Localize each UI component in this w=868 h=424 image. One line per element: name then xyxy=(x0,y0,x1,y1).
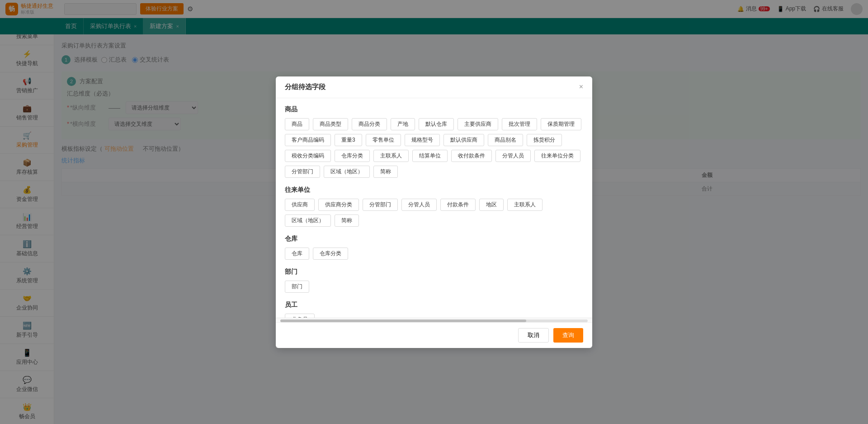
field-tag[interactable]: 客户商品编码 xyxy=(285,134,331,146)
field-tag[interactable]: 结算单位 xyxy=(412,150,448,162)
field-tag[interactable]: 商品分类 xyxy=(352,118,387,130)
modal-footer: 取消 查询 xyxy=(276,322,592,348)
close-icon[interactable]: × xyxy=(579,83,583,91)
field-tag[interactable]: 批次管理 xyxy=(502,118,537,130)
field-tag[interactable]: 部门 xyxy=(285,281,309,293)
field-tag[interactable]: 税收分类编码 xyxy=(285,150,331,162)
modal-title: 分组待选字段 xyxy=(285,83,326,91)
field-tag[interactable]: 付款条件 xyxy=(440,199,476,211)
section-title-partner: 往来单位 xyxy=(285,186,583,194)
field-tag[interactable]: 仓库分类 xyxy=(335,150,370,162)
field-tags-staff: 业务员 xyxy=(285,314,583,318)
field-tag[interactable]: 分管部门 xyxy=(363,199,398,211)
section-title-warehouse: 仓库 xyxy=(285,235,583,243)
field-tag[interactable]: 简称 xyxy=(373,166,398,178)
field-tag[interactable]: 区域（地区） xyxy=(324,166,370,178)
field-tag[interactable]: 零售单位 xyxy=(366,134,401,146)
field-tag[interactable]: 业务员 xyxy=(285,314,315,318)
modal-hscroll[interactable] xyxy=(276,318,592,322)
field-tag[interactable]: 主联系人 xyxy=(507,199,542,211)
field-tag[interactable]: 商品类型 xyxy=(313,118,348,130)
modal-header: 分组待选字段 × xyxy=(276,76,592,98)
field-tag[interactable]: 产地 xyxy=(391,118,415,130)
field-tag[interactable]: 默认供应商 xyxy=(443,134,484,146)
field-group-warehouse: 仓库 仓库 仓库分类 xyxy=(285,235,583,260)
field-tag[interactable]: 规格型号 xyxy=(405,134,440,146)
field-tag[interactable]: 重量3 xyxy=(335,134,362,146)
field-tag[interactable]: 区域（地区） xyxy=(285,214,331,227)
overlay: 分组待选字段 × 商品 商品 商品类型 商品分类 产地 默认仓库 主要供应商 批… xyxy=(0,0,868,424)
field-tag[interactable]: 往来单位分类 xyxy=(534,150,580,162)
field-tag[interactable]: 供应商分类 xyxy=(318,199,359,211)
field-tag[interactable]: 主要供应商 xyxy=(458,118,498,130)
field-tag[interactable]: 拣货积分 xyxy=(527,134,562,146)
modal-cancel-btn[interactable]: 取消 xyxy=(518,328,549,343)
field-tag[interactable]: 分管人员 xyxy=(495,150,531,162)
section-title-dept: 部门 xyxy=(285,268,583,276)
field-tag[interactable]: 商品别名 xyxy=(488,134,523,146)
field-group-product: 商品 商品 商品类型 商品分类 产地 默认仓库 主要供应商 批次管理 保质期管理… xyxy=(285,105,583,178)
modal-confirm-btn[interactable]: 查询 xyxy=(553,328,583,343)
field-tag[interactable]: 供应商 xyxy=(285,199,315,211)
field-tag[interactable]: 仓库分类 xyxy=(313,248,348,260)
field-tag[interactable]: 默认仓库 xyxy=(419,118,454,130)
field-tags-warehouse: 仓库 仓库分类 xyxy=(285,248,583,260)
field-tags-partner: 供应商 供应商分类 分管部门 分管人员 付款条件 地区 主联系人 区域（地区） … xyxy=(285,199,583,227)
field-tag[interactable]: 简称 xyxy=(335,214,359,227)
field-group-partner: 往来单位 供应商 供应商分类 分管部门 分管人员 付款条件 地区 主联系人 区域… xyxy=(285,186,583,227)
section-title-product: 商品 xyxy=(285,105,583,114)
field-tag[interactable]: 保质期管理 xyxy=(541,118,581,130)
field-tags-product: 商品 商品类型 商品分类 产地 默认仓库 主要供应商 批次管理 保质期管理 客户… xyxy=(285,118,583,178)
field-tag[interactable]: 主联系人 xyxy=(373,150,409,162)
field-tag[interactable]: 收付款条件 xyxy=(451,150,492,162)
field-tag[interactable]: 仓库 xyxy=(285,248,309,260)
field-tag[interactable]: 分管人员 xyxy=(401,199,437,211)
modal-body[interactable]: 商品 商品 商品类型 商品分类 产地 默认仓库 主要供应商 批次管理 保质期管理… xyxy=(276,98,592,318)
field-group-staff: 员工 业务员 xyxy=(285,301,583,318)
section-title-staff: 员工 xyxy=(285,301,583,309)
field-tag[interactable]: 分管部门 xyxy=(285,166,320,178)
field-tag[interactable]: 地区 xyxy=(479,199,504,211)
field-tags-dept: 部门 xyxy=(285,281,583,293)
field-group-dept: 部门 部门 xyxy=(285,268,583,293)
field-tag[interactable]: 商品 xyxy=(285,118,309,130)
modal: 分组待选字段 × 商品 商品 商品类型 商品分类 产地 默认仓库 主要供应商 批… xyxy=(276,76,592,348)
